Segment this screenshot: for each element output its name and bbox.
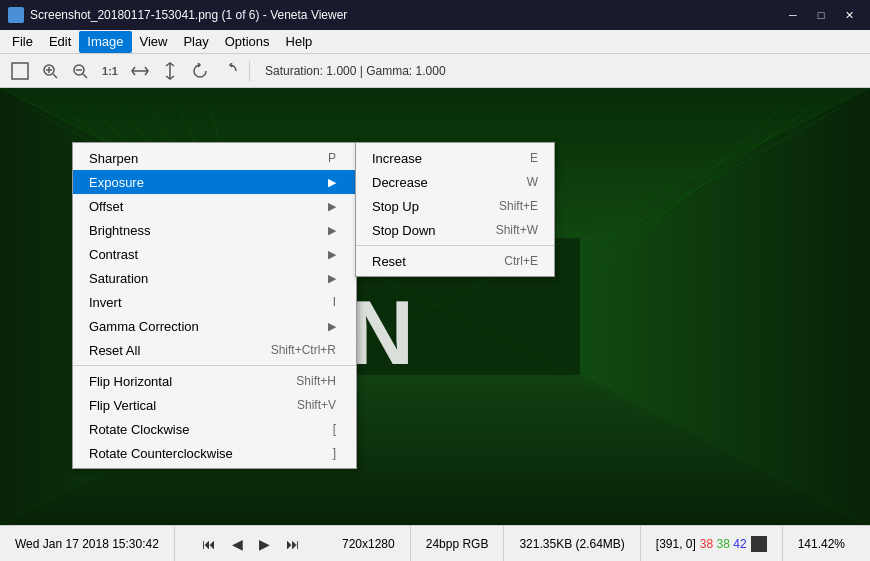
menu-item-offset[interactable]: Offset ▶ — [73, 194, 356, 218]
titlebar-left: Screenshot_20180117-153041.png (1 of 6) … — [8, 7, 347, 23]
navigation-controls: ⏮ ◀ ▶ ⏭ — [175, 526, 327, 561]
menu-item-invert[interactable]: Invert I — [73, 290, 356, 314]
submenu-item-reset[interactable]: Reset Ctrl+E — [356, 249, 554, 273]
nav-next-button[interactable]: ▶ — [255, 534, 274, 554]
rotate-ccw-button[interactable] — [186, 58, 214, 84]
close-button[interactable]: ✕ — [836, 5, 862, 25]
menu-item-brightness[interactable]: Brightness ▶ — [73, 218, 356, 242]
maximize-button[interactable]: □ — [808, 5, 834, 25]
zoom-in-button[interactable] — [36, 58, 64, 84]
menu-item-flip-v[interactable]: Flip Vertical Shift+V — [73, 393, 356, 417]
color-swatch — [751, 536, 767, 552]
submenu-item-decrease[interactable]: Decrease W — [356, 170, 554, 194]
menu-item-saturation[interactable]: Saturation ▶ — [73, 266, 356, 290]
menu-edit[interactable]: Edit — [41, 31, 79, 53]
menu-item-reset-all[interactable]: Reset All Shift+Ctrl+R — [73, 338, 356, 362]
menu-play[interactable]: Play — [175, 31, 216, 53]
menu-item-rotate-ccw[interactable]: Rotate Counterclockwise ] — [73, 441, 356, 465]
menu-file[interactable]: File — [4, 31, 41, 53]
status-filesize: 321.35KB (2.64MB) — [504, 526, 640, 561]
titlebar-controls: ─ □ ✕ — [780, 5, 862, 25]
toolbar-status: Saturation: 1.000 | Gamma: 1.000 — [265, 64, 446, 78]
menu-item-flip-h[interactable]: Flip Horizontal Shift+H — [73, 369, 356, 393]
svg-rect-0 — [12, 63, 28, 79]
status-dimensions: 720x1280 — [327, 526, 411, 561]
window-title: Screenshot_20180117-153041.png (1 of 6) … — [30, 8, 347, 22]
menu-item-sharpen[interactable]: Sharpen P — [73, 146, 356, 170]
nav-first-button[interactable]: ⏮ — [198, 534, 220, 554]
select-tool-button[interactable] — [6, 58, 34, 84]
status-coords-color: [391, 0] 38 38 42 — [641, 526, 783, 561]
menu-image[interactable]: Image — [79, 31, 131, 53]
color-r-value: 38 — [700, 537, 713, 551]
menubar: File Edit Image View Play Options Help — [0, 30, 870, 54]
status-datetime: Wed Jan 17 2018 15:30:42 — [10, 526, 175, 561]
svg-line-2 — [53, 74, 57, 78]
menu-separator-1 — [73, 365, 356, 366]
app-icon — [8, 7, 24, 23]
menu-item-gamma[interactable]: Gamma Correction ▶ — [73, 314, 356, 338]
color-b-value: 42 — [733, 537, 746, 551]
submenu-item-increase[interactable]: Increase E — [356, 146, 554, 170]
submenu-item-stop-down[interactable]: Stop Down Shift+W — [356, 218, 554, 242]
menu-view[interactable]: View — [132, 31, 176, 53]
zoom-100-button[interactable]: 1:1 — [96, 58, 124, 84]
status-zoom: 141.42% — [783, 526, 860, 561]
titlebar: Screenshot_20180117-153041.png (1 of 6) … — [0, 0, 870, 30]
toolbar-separator — [249, 61, 250, 81]
statusbar: Wed Jan 17 2018 15:30:42 ⏮ ◀ ▶ ⏭ 720x128… — [0, 525, 870, 561]
toolbar: 1:1 Saturation: 1.000 | Gamma: 1.000 — [0, 54, 870, 88]
fit-width-button[interactable] — [126, 58, 154, 84]
submenu-item-stop-up[interactable]: Stop Up Shift+E — [356, 194, 554, 218]
menu-item-rotate-cw[interactable]: Rotate Clockwise [ — [73, 417, 356, 441]
svg-line-6 — [83, 74, 87, 78]
zoom-out-button[interactable] — [66, 58, 94, 84]
fit-height-button[interactable] — [156, 58, 184, 84]
minimize-button[interactable]: ─ — [780, 5, 806, 25]
rotate-cw-button[interactable] — [216, 58, 244, 84]
status-color-depth: 24bpp RGB — [411, 526, 505, 561]
menu-item-contrast[interactable]: Contrast ▶ — [73, 242, 356, 266]
menu-options[interactable]: Options — [217, 31, 278, 53]
menu-item-exposure[interactable]: Exposure ▶ — [73, 170, 356, 194]
nav-last-button[interactable]: ⏭ — [282, 534, 304, 554]
exposure-submenu: Increase E Decrease W Stop Up Shift+E St… — [355, 142, 555, 277]
menu-help[interactable]: Help — [278, 31, 321, 53]
color-g-value: 38 — [717, 537, 730, 551]
image-dropdown-menu: Sharpen P Exposure ▶ Offset ▶ Brightness… — [72, 142, 357, 469]
nav-prev-button[interactable]: ◀ — [228, 534, 247, 554]
submenu-separator — [356, 245, 554, 246]
main-content: nVPN Sharpen P Exposure ▶ Offset ▶ Brigh… — [0, 88, 870, 525]
